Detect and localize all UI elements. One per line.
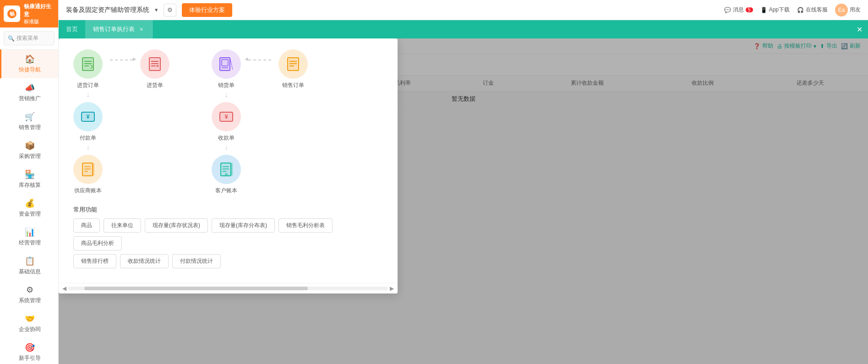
purchase-slip-circle[interactable] xyxy=(140,49,169,79)
modal-overlay[interactable]: 进货订单 ↓ ¥ xyxy=(59,38,868,364)
tab-home[interactable]: 首页 xyxy=(59,20,86,38)
flow-item-purchase-slip[interactable]: 进货单 xyxy=(140,49,169,89)
scroll-right-button[interactable]: ▶ xyxy=(390,285,394,292)
scrollbar-thumb[interactable] xyxy=(84,287,308,290)
sales-slip-circle[interactable] xyxy=(212,49,241,79)
sidebar-item-label: 资金管理 xyxy=(19,210,41,218)
sidebar-item-enterprise[interactable]: 🤝 企业协同 xyxy=(0,309,58,338)
flow-item-payment[interactable]: ¥ 付款单 xyxy=(73,102,103,142)
logo-text: 畅康通好生意 标准版 xyxy=(24,3,55,25)
flow-item-purchase-order[interactable]: 进货订单 xyxy=(73,49,103,89)
sidebar-item-label: 基础信息 xyxy=(19,268,41,276)
flow-item-supplier-account[interactable]: 供应商账本 xyxy=(73,155,103,195)
online-service-button[interactable]: 🎧 在线客服 xyxy=(797,6,828,14)
sidebar-item-quick-nav[interactable]: 🏠 快捷导航 xyxy=(0,49,58,78)
sidebar-item-label: 经营管理 xyxy=(19,239,41,247)
receipt-label: 收款单 xyxy=(218,134,235,142)
sidebar-item-purchase[interactable]: 📦 采购管理 xyxy=(0,136,58,165)
svg-point-35 xyxy=(225,173,228,176)
svg-rect-31 xyxy=(231,163,233,176)
tabbar-close-all-button[interactable]: ✕ xyxy=(851,20,868,38)
sidebar-item-marketing[interactable]: 📣 营销推广 xyxy=(0,78,58,107)
purchase-slip-label: 进货单 xyxy=(147,81,163,89)
sidebar-item-operations[interactable]: 📊 经营管理 xyxy=(0,223,58,251)
func-btn-product[interactable]: 商品 xyxy=(73,218,100,233)
payment-circle[interactable]: ¥ xyxy=(73,102,103,131)
func-btn-product-profit-analysis[interactable]: 商品毛利分析 xyxy=(73,236,122,250)
function-buttons-row2: 销售排行榜 收款情况统计 付款情况统计 xyxy=(73,254,383,268)
arrow-h-1: ▶ xyxy=(110,49,133,60)
experience-industry-button[interactable]: 体验行业方案 xyxy=(182,3,232,17)
purchase-order-label: 进货订单 xyxy=(77,81,99,89)
sales-order-circle[interactable] xyxy=(278,49,308,79)
func-btn-sales-ranking[interactable]: 销售排行榜 xyxy=(73,254,116,268)
sidebar-item-new-guide[interactable]: 🎯 新手引导 xyxy=(0,338,58,364)
func-btn-inventory-status[interactable]: 现存量(库存状况表) xyxy=(145,218,208,233)
sidebar-item-label: 营销推广 xyxy=(19,95,41,103)
down-arrow-2: ↓ xyxy=(86,144,90,151)
app-download-button[interactable]: 📱 App下载 xyxy=(760,6,790,14)
tab-sales-order-exec[interactable]: 销售订单执行表 ✕ xyxy=(86,20,153,38)
service-icon: 🎧 xyxy=(797,7,804,13)
flow-item-customer-account[interactable]: 客户账本 xyxy=(212,155,241,195)
func-btn-sales-profit-analysis[interactable]: 销售毛利分析表 xyxy=(278,218,333,233)
common-functions-title: 常用功能 xyxy=(73,206,383,214)
supplier-account-label: 供应商账本 xyxy=(74,187,102,195)
app-download-label: App下载 xyxy=(769,6,790,14)
sidebar-item-label: 采购管理 xyxy=(19,152,41,160)
message-badge: 5 xyxy=(746,7,753,12)
basic-info-icon: 📋 xyxy=(25,256,35,266)
operations-icon: 📊 xyxy=(25,227,35,237)
scroll-left-button[interactable]: ◀ xyxy=(62,285,66,292)
quick-nav-icon: 🏠 xyxy=(25,54,35,64)
quick-guide-modal: 进货订单 ↓ ¥ xyxy=(59,38,398,293)
function-buttons-row1: 商品 往来单位 现存量(库存状况表) 现存量(库存分布表) 销售毛利分析表 商品… xyxy=(73,218,383,250)
sidebar-nav: 🏠 快捷导航 📣 营销推广 🛒 销售管理 📦 采购管理 🏪 库存核算 💰 资金管… xyxy=(0,49,58,364)
sidebar-item-sales[interactable]: 🛒 销售管理 xyxy=(0,107,58,136)
chevron-down-icon: ▾ xyxy=(155,6,158,13)
message-button[interactable]: 💬 消息 5 xyxy=(724,6,753,14)
content-area: ❓ 帮助 🖨 按模板打印 ▾ ⬆ 导出 🔄 刷新 xyxy=(59,38,868,364)
payment-label: 付款单 xyxy=(80,134,96,142)
user-name-label: 用友 xyxy=(850,6,861,14)
system-title: 装备及固定资产辅助管理系统 xyxy=(66,6,149,14)
flow-item-receipt[interactable]: ¥ 收款单 xyxy=(212,102,241,142)
avatar-initials: Ea xyxy=(838,7,845,13)
sales-icon: 🛒 xyxy=(25,112,35,122)
svg-rect-10 xyxy=(82,163,93,176)
system-dropdown[interactable]: ▾ xyxy=(155,6,158,13)
topbar: 装备及固定资产辅助管理系统 ▾ ⚙ 体验行业方案 💬 消息 5 📱 App下载 … xyxy=(59,0,868,20)
flow-item-sales-order[interactable]: 销售订单 xyxy=(278,49,308,89)
func-btn-receipt-stats[interactable]: 收款情况统计 xyxy=(120,254,169,268)
supplier-account-circle[interactable] xyxy=(73,155,103,184)
svg-text:畅: 畅 xyxy=(10,11,15,16)
scrollbar-track xyxy=(68,287,388,290)
sidebar-item-finance[interactable]: 💰 资金管理 xyxy=(0,194,58,223)
arrow-h-2: ◀ xyxy=(248,49,271,60)
tab-close-button[interactable]: ✕ xyxy=(137,26,145,33)
search-menu-button[interactable]: 🔍 搜索菜单 xyxy=(4,31,55,45)
sidebar-item-system[interactable]: ⚙ 系统管理 xyxy=(0,280,58,309)
flow-section: 进货订单 ↓ ¥ xyxy=(73,49,383,195)
down-arrow-3: ↓ xyxy=(224,91,228,98)
svg-text:¥: ¥ xyxy=(224,113,228,120)
home-tab-label: 首页 xyxy=(66,25,78,33)
customer-account-circle[interactable] xyxy=(212,155,241,184)
receipt-circle[interactable]: ¥ xyxy=(212,102,241,131)
search-menu-label: 搜索菜单 xyxy=(16,34,38,42)
sidebar-item-inventory[interactable]: 🏪 库存核算 xyxy=(0,165,58,194)
new-guide-icon: 🎯 xyxy=(25,342,35,353)
marketing-icon: 📣 xyxy=(25,83,35,93)
common-functions-section: 常用功能 商品 往来单位 现存量(库存状况表) 现存量(库存分布表) 销售毛利分… xyxy=(73,206,383,268)
func-btn-payment-stats[interactable]: 付款情况统计 xyxy=(172,254,221,268)
sidebar-item-label: 企业协同 xyxy=(19,326,41,333)
func-btn-inventory-dist[interactable]: 现存量(库存分布表) xyxy=(212,218,275,233)
left-flow-column: 进货订单 ↓ ¥ xyxy=(73,49,103,195)
user-profile[interactable]: Ea 用友 xyxy=(835,4,861,16)
flow-item-sales-slip[interactable]: 销货单 xyxy=(212,49,241,89)
func-btn-contacts[interactable]: 往来单位 xyxy=(104,218,141,233)
settings-button[interactable]: ⚙ xyxy=(164,4,176,16)
purchase-order-circle[interactable] xyxy=(73,49,103,79)
sidebar-item-basic-info[interactable]: 📋 基础信息 xyxy=(0,251,58,280)
online-service-label: 在线客服 xyxy=(806,6,828,14)
